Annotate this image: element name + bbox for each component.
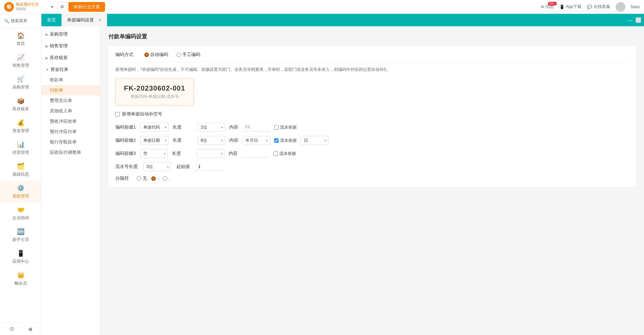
top-nav: ▾ ⚙ 体验行业方案 [48, 2, 105, 12]
serial-1-checkbox-label[interactable]: 流水依据 [274, 124, 297, 130]
search-button[interactable]: 🔍 搜索菜单 [3, 17, 38, 25]
sidebar-item-inventory[interactable]: 📦 库存核算 [0, 94, 41, 115]
separator-dot-radio[interactable]: . [163, 176, 170, 181]
system-icon: ⚙️ [17, 184, 25, 192]
sidebar-item-sales[interactable]: 📈 销售管理 [0, 50, 41, 72]
sidebar-item-home[interactable]: 🏠 首页 [0, 28, 41, 50]
content-area: ▶ 采购管理 ▶ 销售管理 ▶ 库存核算 [41, 26, 644, 335]
sidebar-item-member[interactable]: 👑 畅会员 [0, 268, 41, 290]
submenu-header-sales[interactable]: ▶ 销售管理 [41, 41, 100, 51]
sidebar-item-finance[interactable]: 💰 资金管理 [0, 115, 41, 137]
submenu-header-purchase[interactable]: ▶ 采购管理 [41, 29, 100, 39]
sidebar-item-business[interactable]: 📊 经营管理 [0, 137, 41, 159]
nav-dropdown[interactable]: ▾ [48, 3, 56, 11]
sidebar-item-label: 库存核算 [12, 106, 29, 112]
serial-1-checkbox[interactable] [274, 125, 279, 130]
business-icon: 📊 [17, 141, 25, 148]
prefix-1-select[interactable]: 单据代码 [140, 123, 169, 132]
tab-actions: — ⬜ [628, 17, 644, 23]
serial-length-select[interactable]: 3位 [143, 162, 171, 171]
finance-icon: 💰 [17, 119, 25, 127]
brand-text-block: 畅捷通好生意 插曲版 [16, 2, 39, 11]
serial-3-checkbox[interactable] [273, 151, 278, 156]
separator-none-radio[interactable]: 无 [137, 175, 147, 182]
submenu-header-capital[interactable]: ▼ 资金往来 [41, 64, 100, 75]
tab-bar: 首页 单据编码设置 ✕ — ⬜ [41, 14, 644, 26]
apps-icon: 📱 [17, 250, 25, 257]
separator-dash-radio[interactable]: - [151, 176, 158, 181]
sidebar-item-base[interactable]: 🗂️ 基础信息 [0, 159, 41, 181]
submenu-item-prepay-payable[interactable]: 预付冲应付单 [41, 127, 100, 137]
length-2-select[interactable]: 8位 [198, 136, 225, 145]
settings-bottom-button[interactable]: ⚙ [9, 326, 14, 332]
tab-close-icon[interactable]: ✕ [98, 18, 102, 22]
length-3-select[interactable] [197, 149, 224, 158]
sidebar-item-label: 应用中心 [12, 259, 29, 264]
sales-icon: 📈 [17, 54, 25, 61]
prefix-row-1: 编码前缀1 单据代码 长度 2位 内容 [115, 123, 629, 132]
length-3-label: 长度 [172, 150, 193, 157]
submenu-item-payment[interactable]: 付款单 [41, 85, 100, 95]
submenu-header-inventory[interactable]: ▶ 库存核算 [41, 53, 100, 63]
prefix-row-2: 编码前缀2 单据日期 长度 8位 内容 [115, 136, 629, 145]
auto-fill-checkbox[interactable] [115, 112, 120, 117]
preview-code: FK-20230602-001 [124, 84, 185, 92]
auto-fill-label[interactable]: 新增单据自动补空号 [122, 111, 162, 117]
prefix-row-3: 编码前缀3 空 长度 内容 [115, 149, 629, 158]
tab-minimize-button[interactable]: — [628, 17, 633, 23]
sidebar-item-label: 采购管理 [12, 84, 29, 90]
prefix-2-select[interactable]: 单据日期 [140, 136, 169, 145]
content-3-label: 内容 [229, 150, 238, 157]
sidebar-item-system[interactable]: ⚙️ 系统管理 [0, 181, 41, 203]
submenu-item-expense[interactable]: 费用支出单 [41, 95, 100, 106]
content-3-input [242, 150, 269, 158]
tab-encode-settings[interactable]: 单据编码设置 ✕ [61, 14, 107, 26]
user-name: Nare [631, 4, 640, 9]
serial-3-checkbox-label[interactable]: 流水依据 [273, 151, 296, 157]
app-download[interactable]: 📱 App下载 [559, 4, 581, 10]
sidebar-item-newbie[interactable]: 🆕 新手引导 [0, 224, 41, 246]
preview-box: FK-20230602-001 单据代码-单据日期-流水号 [115, 78, 194, 105]
content-2-select-wrapper: 年月日 [242, 136, 270, 145]
serial-2-checkbox[interactable] [274, 138, 279, 143]
info-text: 新增单据时，*单据编码*自动生成，不可编辑。前缀设置为部门、业务员等档案类，开单… [115, 66, 629, 73]
auto-fill-row: 新增单据自动补空号 [115, 111, 629, 117]
tab-maximize-button[interactable]: ⬜ [635, 17, 641, 23]
trial-button[interactable]: 体验行业方案 [68, 2, 105, 12]
sidebar-item-label: 畅会员 [15, 280, 27, 286]
message-icon[interactable]: ✉ 消息 99+ [541, 4, 554, 10]
auto-code-radio[interactable]: 自动编码 [144, 52, 168, 58]
start-value-label: 起始值 [176, 164, 190, 170]
message-badge: 99+ [548, 2, 557, 6]
submenu-item-adjust[interactable]: 应收应付调整单 [41, 147, 100, 158]
online-service[interactable]: 💬 在线客服 [587, 4, 610, 10]
content-2-select[interactable]: 年月日 [242, 136, 270, 145]
start-value-input[interactable] [195, 163, 223, 171]
serial-unit-select[interactable]: 日 [301, 136, 328, 145]
submenu-group-capital: ▼ 资金往来 收款单 付款单 费用支出单 其他收入单 预收冲应收单 预付冲应付单… [41, 64, 100, 158]
chevron-down-icon: ▼ [46, 68, 49, 72]
serial-2-checkbox-label[interactable]: 流水依据 [274, 138, 297, 143]
submenu-item-bank[interactable]: 银行存取款单 [41, 137, 100, 147]
brand-icon: 畅 [4, 2, 14, 12]
submenu-item-receipt[interactable]: 收款单 [41, 75, 100, 85]
length-1-select[interactable]: 2位 [198, 123, 225, 132]
purchase-icon: 🛒 [17, 75, 25, 83]
submenu-item-prepay-receivable[interactable]: 预收冲应收单 [41, 116, 100, 127]
chevron-right-icon: ▶ [46, 32, 48, 36]
length-3-select-wrapper [197, 149, 224, 158]
manual-code-radio[interactable]: 手工编码 [176, 52, 200, 58]
sidebar-item-purchase[interactable]: 🛒 采购管理 [0, 72, 41, 94]
tab-home[interactable]: 首页 [41, 14, 61, 26]
prefix-3-select[interactable]: 空 [140, 149, 168, 158]
sidebar-item-apps[interactable]: 📱 应用中心 [0, 246, 41, 268]
gear-button[interactable]: ⚙ [57, 2, 67, 12]
cooperation-icon: 🤝 [17, 206, 25, 214]
collapse-button[interactable]: ◀ [28, 326, 32, 332]
page-body: 付款单编码设置 编码方式 自动编码 手工编码 [100, 26, 644, 335]
sidebar-item-cooperation[interactable]: 🤝 企业协同 [0, 203, 41, 224]
submenu-group-inventory: ▶ 库存核算 [41, 53, 100, 63]
inventory-icon: 📦 [17, 97, 25, 105]
serial-length-label: 流水号长度 [115, 164, 138, 170]
submenu-item-other-income[interactable]: 其他收入单 [41, 106, 100, 116]
